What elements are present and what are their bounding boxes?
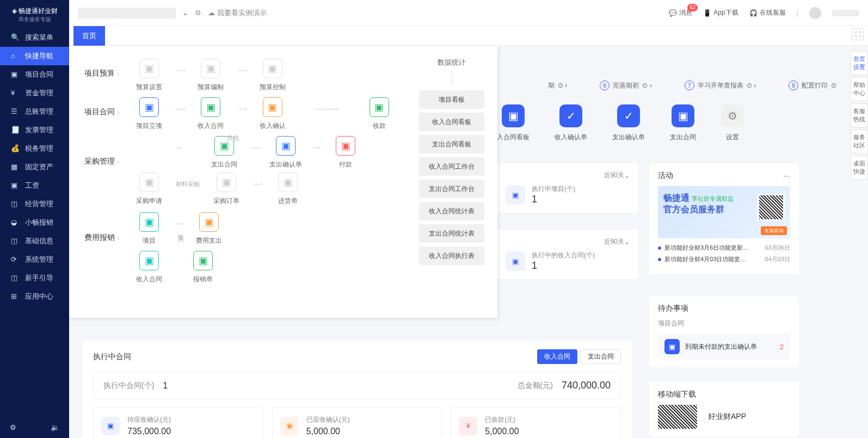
mobile-panel: 移动端下载 好业财APP (649, 382, 799, 436)
sidebar-label: 快捷导航 (25, 51, 53, 61)
tile-expense-contract[interactable]: ▣支出合同 (670, 104, 696, 142)
step-8[interactable]: 8配置打印 ⊙ (789, 81, 836, 90)
node-project-init[interactable]: ▣项目立项 (122, 97, 176, 131)
news-item[interactable]: 新功能好业财4月03日功能更新给完知04月03日 (658, 255, 790, 263)
sidebar-item-reimburse[interactable]: ◒小畅报销 (0, 213, 69, 232)
chevron-down-icon[interactable]: ⌄ (182, 9, 188, 17)
avatar[interactable] (809, 7, 821, 19)
stat-btn-project-board[interactable]: 项目看板 (419, 90, 484, 109)
stat-btn-expense-board[interactable]: 支出合同看板 (419, 135, 484, 153)
float-tab-desktop[interactable]: 桌面快捷 (851, 156, 868, 180)
demo-link[interactable]: ☁我要看实例演示 (208, 8, 267, 18)
sidebar-item-project-contract[interactable]: ▣项目合同 (0, 65, 69, 84)
node-label: 支出确认单 (269, 160, 302, 169)
messages-button[interactable]: 💬消息 (669, 8, 692, 17)
node-project[interactable]: ▣项目 (122, 212, 176, 245)
news-item[interactable]: 新功能好业财3月6日功能更新给完知03月06日 (658, 244, 790, 252)
node-income-contract[interactable]: ▣收入合同 (184, 97, 237, 131)
node-receive[interactable]: ▣收款 (353, 97, 406, 131)
news-text: 新功能好业财3月6日功能更新给完知 (664, 244, 752, 252)
online-service-button[interactable]: 🎧在线客服 (749, 8, 786, 17)
username[interactable] (832, 10, 859, 16)
float-tab-community[interactable]: 服务社区 (851, 129, 868, 153)
node-label: 支出合同 (211, 160, 237, 169)
todo-title: 待办事项 (658, 304, 790, 313)
node-purchase-order[interactable]: ▣采购订单 (200, 172, 253, 206)
step-6[interactable]: 6完善期初 ⊙ › (600, 81, 651, 90)
stat-btn-income-exec[interactable]: 收入合同执行表 (419, 246, 484, 265)
sidebar-item-guide[interactable]: ◫新手引导 (0, 269, 69, 287)
tile-expense-confirm[interactable]: ✓支出确认单 (612, 104, 645, 142)
expand-icon[interactable]: ⛶ (852, 28, 864, 40)
sidebar-item-ledger[interactable]: ☰总账管理 (0, 102, 69, 121)
sidebar-item-basedata[interactable]: ◫基础信息 (0, 232, 69, 250)
settings-icon[interactable]: ⚙ (10, 423, 16, 431)
node-label: 付款 (339, 160, 352, 169)
float-tab-help[interactable]: 帮助中心 (851, 77, 868, 101)
seg-income[interactable]: 收入合同 (537, 349, 577, 364)
step-num: 7 (685, 81, 694, 90)
sidebar-item-tax[interactable]: 💰税务管理 (0, 139, 69, 158)
stat-btn-income-board[interactable]: 收入合同看板 (419, 113, 484, 131)
activity-title: 活动 (658, 171, 790, 181)
node-income-confirm[interactable]: ▣收入确认 (246, 97, 299, 131)
node-pay[interactable]: ▣付款 (319, 136, 372, 169)
node-reimburse-sheet[interactable]: ▣报销单 (176, 251, 230, 284)
float-tabs: 首页设置 帮助中心 客服热线 服务社区 桌面快捷 (851, 51, 868, 180)
node-budget-setup[interactable]: ▣预算设置 (122, 59, 176, 92)
tile-settings[interactable]: ⚙设置 (721, 104, 744, 142)
node-budget-control[interactable]: ▣预算控制 (246, 59, 299, 92)
sidebar-item-assets[interactable]: ▦固定资产 (0, 158, 69, 176)
app-download-button[interactable]: 📱App下载 (703, 8, 738, 17)
activity-banner[interactable]: 畅捷通 享社群专属权益 官方会员服务群 专属咨询 (658, 186, 790, 238)
step-label: 完善期初 (613, 81, 639, 90)
seg-expense[interactable]: 支出合同 (581, 349, 621, 364)
node-income-contract-2[interactable]: ▣收入合同 (122, 251, 176, 284)
activity-more-icon[interactable]: ⋯ (783, 172, 790, 180)
sidebar-item-search[interactable]: 🔍搜索菜单 (0, 28, 69, 47)
brand-line1: 畅捷通好业财 (19, 7, 58, 16)
stat-btn-income-workbench[interactable]: 收入合同工作台 (419, 157, 484, 176)
sidebar-item-funds[interactable]: ¥资金管理 (0, 84, 69, 102)
float-tab-hotline[interactable]: 客服热线 (851, 103, 868, 127)
sidebar-item-system[interactable]: ⟳系统管理 (0, 250, 69, 269)
todo-row[interactable]: ▣ 到期未付款的支出确认单 2 (658, 334, 790, 360)
volume-icon[interactable]: 🔉 (51, 423, 59, 431)
sidebar-item-business[interactable]: ◫经营管理 (0, 195, 69, 213)
sidebar-item-quicknav[interactable]: ⌂快捷导航 (0, 47, 69, 65)
stat-btn-income-stats[interactable]: 收入合同统计表 (419, 202, 484, 220)
stat-btn-expense-workbench[interactable]: 支出合同工作台 (419, 180, 484, 198)
activity-badge: 专属咨询 (761, 226, 787, 235)
node-expense-spend[interactable]: ▣费用支出 (182, 212, 236, 245)
node-purchase-req[interactable]: ▣采购申请 (122, 172, 176, 206)
node-expense-contract[interactable]: ▣支出合同 (198, 136, 251, 169)
org-selector[interactable] (78, 8, 176, 18)
period-label[interactable]: 近90天 (604, 237, 624, 246)
step-num: 6 (600, 81, 610, 90)
sum-count: 1 (163, 381, 168, 391)
sidebar-label: 税务管理 (25, 144, 53, 153)
tile-label: 收入确认单 (555, 133, 587, 142)
service-label: 在线客服 (760, 8, 786, 17)
sidebar-item-appcenter[interactable]: ⊞应用中心 (0, 287, 69, 306)
node-label: 报销单 (193, 275, 213, 284)
section-title: 采购管理 (84, 136, 122, 166)
divider: | (797, 9, 798, 17)
step-7[interactable]: 7学习开单查报表 ⊙ › (685, 81, 756, 90)
float-tab-homepage-settings[interactable]: 首页设置 (851, 51, 868, 75)
node-goods-receipt[interactable]: ▣进货单 (261, 172, 315, 206)
app-name: 好业财APP (708, 412, 746, 422)
node-budget-draft[interactable]: ▣预算编制 (184, 59, 237, 92)
step-label: 学习开单查报表 (698, 81, 743, 90)
tile-income-contract-board[interactable]: ▣入合同看板 (497, 104, 530, 142)
stat-btn-expense-stats[interactable]: 支出合同统计表 (419, 224, 484, 243)
node-label: 收入合同 (136, 275, 162, 284)
tile-income-confirm[interactable]: ✓收入确认单 (555, 104, 587, 142)
contract-summary: 执行中合同(个) 1 总金额(元) 740,000.00 (93, 372, 621, 399)
sidebar-item-invoice[interactable]: 🧾发票管理 (0, 121, 69, 139)
sidebar-item-salary[interactable]: ▣工资 (0, 176, 69, 195)
tab-home[interactable]: 首页 (73, 26, 105, 46)
gear-icon[interactable]: ⚙ (195, 9, 201, 17)
node-expense-confirm[interactable]: ▣支出确认单 (259, 136, 312, 169)
period-label[interactable]: 近90天 (604, 171, 624, 180)
